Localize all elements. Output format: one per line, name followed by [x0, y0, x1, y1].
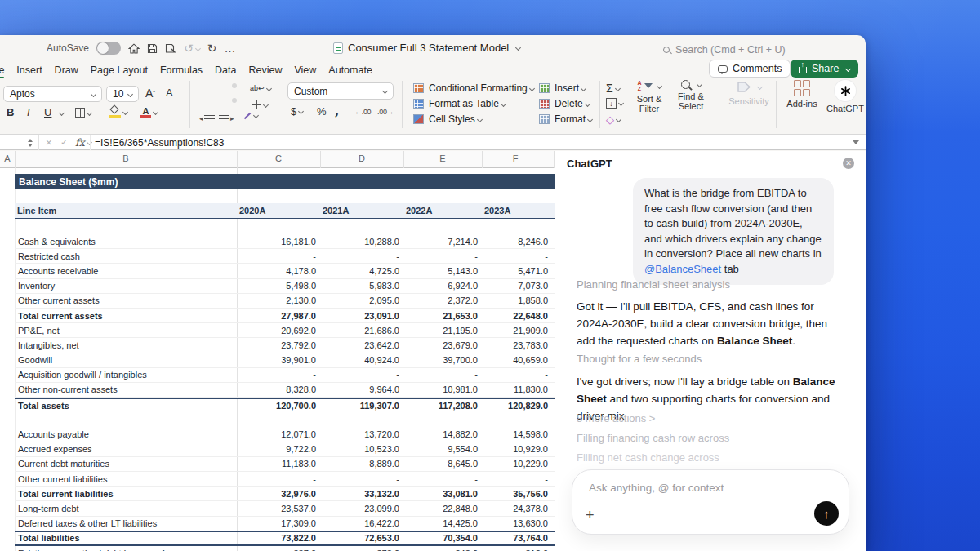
- align-bottom-icon[interactable]: [232, 83, 237, 88]
- cell-value[interactable]: 73,764.0: [482, 531, 555, 546]
- cell-label[interactable]: Other current liabilities: [15, 472, 237, 487]
- format-as-table-button[interactable]: Format as Table: [413, 98, 506, 109]
- cell-label[interactable]: Deferred taxes & other LT liabilities: [15, 517, 237, 531]
- cell-value[interactable]: [0, 383, 15, 398]
- cell-value[interactable]: 23,783.0: [482, 338, 555, 353]
- cell-label[interactable]: Long-term debt: [15, 501, 237, 516]
- more-actions-link[interactable]: 8 more actions >: [577, 412, 655, 424]
- formula-bar[interactable]: × ✓ fx =IS!E6/365*Assumptions!C83: [0, 135, 866, 150]
- number-format-select[interactable]: Custom: [287, 82, 394, 100]
- decrease-font-icon[interactable]: Aˇ: [166, 87, 175, 99]
- cell-value[interactable]: -: [482, 249, 555, 264]
- cell-value[interactable]: 343.0: [403, 546, 482, 551]
- currency-format-icon[interactable]: $: [291, 105, 303, 118]
- cell-label[interactable]: Other non-current assets: [15, 383, 237, 398]
- cell-value[interactable]: [0, 294, 15, 309]
- year-header[interactable]: 2022A: [403, 203, 482, 219]
- cell-label[interactable]: Cash & equivalents: [15, 234, 237, 249]
- cell-value[interactable]: [0, 442, 15, 457]
- cell-value[interactable]: 5,983.0: [320, 279, 403, 294]
- cell-value[interactable]: 32,976.0: [237, 487, 320, 501]
- col-header-a[interactable]: A: [4, 153, 10, 163]
- tab-formulas[interactable]: Formulas: [160, 64, 203, 76]
- chat-input[interactable]: Ask anything, @ for context + ↑: [572, 469, 849, 535]
- cell-value[interactable]: 21,686.0: [320, 323, 403, 338]
- cell-value[interactable]: [403, 412, 482, 427]
- decrease-decimal-icon[interactable]: .00→: [377, 108, 394, 116]
- cell-label[interactable]: Acquisition goodwill / intangibles: [15, 368, 237, 383]
- cell-value[interactable]: 5,498.0: [237, 279, 320, 294]
- cell-label[interactable]: Goodwill: [15, 353, 237, 368]
- cell-value[interactable]: [0, 501, 15, 516]
- fill-down-icon[interactable]: ↓: [606, 98, 623, 109]
- cell-value[interactable]: [0, 487, 15, 501]
- col-header-e[interactable]: E: [439, 153, 445, 163]
- cell-value[interactable]: [0, 472, 15, 487]
- cell-label[interactable]: Total current assets: [15, 309, 237, 323]
- tab-home[interactable]: Home: [0, 64, 4, 76]
- font-name-select[interactable]: Aptos: [3, 86, 102, 102]
- cell-value[interactable]: 35,756.0: [482, 487, 555, 501]
- cell-value[interactable]: -: [403, 249, 482, 264]
- orientation-icon[interactable]: [243, 113, 258, 118]
- cell-value[interactable]: 13,720.0: [320, 427, 403, 442]
- autosave-toggle[interactable]: [96, 42, 121, 55]
- undo-icon[interactable]: ↺: [184, 42, 200, 54]
- tab-automate[interactable]: Automate: [328, 64, 372, 76]
- cell-value[interactable]: 14,598.0: [482, 427, 555, 442]
- insert-function-icon[interactable]: fx: [75, 135, 91, 150]
- cell-value[interactable]: [482, 412, 555, 427]
- name-box-spinner[interactable]: [28, 135, 33, 150]
- tab-view[interactable]: View: [294, 64, 316, 76]
- year-header[interactable]: 2020A: [237, 203, 320, 219]
- cell-label[interactable]: Accounts payable: [15, 427, 237, 442]
- cell-value[interactable]: 33,081.0: [403, 487, 482, 501]
- cell-value[interactable]: [0, 368, 15, 383]
- formula-text[interactable]: =IS!E6/365*Assumptions!C83: [95, 135, 224, 150]
- cell-value[interactable]: -: [237, 249, 320, 264]
- cell-value[interactable]: 4,725.0: [320, 264, 403, 278]
- underline-button[interactable]: U: [44, 106, 51, 118]
- cell-value[interactable]: 7,073.0: [482, 279, 555, 294]
- cell-value[interactable]: 27,987.0: [237, 309, 320, 323]
- tab-data[interactable]: Data: [215, 64, 236, 76]
- cell-value[interactable]: 10,981.0: [403, 383, 482, 398]
- cell-value[interactable]: 7,214.0: [403, 234, 482, 249]
- formula-bar-expand-icon[interactable]: [853, 135, 859, 150]
- cell-value[interactable]: 23,642.0: [320, 338, 403, 353]
- cell-value[interactable]: 20,692.0: [237, 323, 320, 338]
- cell-value[interactable]: 10,523.0: [320, 442, 403, 457]
- cell-value[interactable]: 39,700.0: [403, 353, 482, 368]
- cell-value[interactable]: 10,929.0: [482, 442, 555, 457]
- decrease-indent-icon[interactable]: ◂: [199, 114, 215, 122]
- align-center-icon[interactable]: [216, 98, 220, 103]
- home-icon[interactable]: [128, 43, 140, 54]
- send-button[interactable]: ↑: [814, 501, 839, 526]
- font-size-select[interactable]: 10: [106, 86, 139, 102]
- spreadsheet-grid[interactable]: Balance Sheet ($mm) Line Item 2020A 2021…: [0, 168, 555, 551]
- mention-link[interactable]: @BalanceSheet: [644, 263, 721, 275]
- search-box[interactable]: Search (Cmd + Ctrl + U): [663, 44, 786, 56]
- sheet-title[interactable]: Balance Sheet ($mm): [15, 174, 555, 189]
- increase-indent-icon[interactable]: ▸: [219, 114, 234, 122]
- cell-label[interactable]: Other current assets: [15, 294, 237, 309]
- year-header[interactable]: 2023A: [482, 203, 555, 219]
- cell-value[interactable]: 24,378.0: [482, 501, 555, 516]
- cell-value[interactable]: 11,183.0: [237, 457, 320, 472]
- insert-cells-button[interactable]: Insert: [539, 82, 586, 94]
- add-ins-button[interactable]: Add-ins: [781, 80, 823, 109]
- cell-label[interactable]: Accrued expenses: [15, 442, 237, 457]
- cell-value[interactable]: -: [237, 472, 320, 487]
- cell-value[interactable]: 2,372.0: [403, 294, 482, 309]
- cell-value[interactable]: 40,659.0: [482, 353, 555, 368]
- borders-icon[interactable]: [75, 108, 91, 118]
- cell-value[interactable]: 16,422.0: [320, 517, 403, 531]
- more-icon[interactable]: …: [225, 42, 236, 54]
- sheet-header-row[interactable]: Line Item 2020A 2021A 2022A 2023A: [0, 203, 555, 219]
- cell-value[interactable]: 8,328.0: [237, 383, 320, 398]
- cell-value[interactable]: 10,229.0: [482, 457, 555, 472]
- col-header-c[interactable]: C: [275, 153, 282, 163]
- tab-review[interactable]: Review: [248, 64, 282, 76]
- document-title[interactable]: Consumer Full 3 Statement Model: [333, 42, 520, 54]
- cell-value[interactable]: -: [237, 368, 320, 383]
